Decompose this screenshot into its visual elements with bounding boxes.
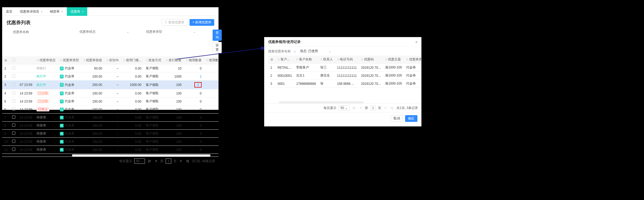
horizontal-scrollbar[interactable]	[72, 154, 210, 157]
status-select[interactable]: ⌄	[98, 30, 130, 34]
row-checkbox[interactable]	[10, 138, 17, 146]
add-coupon-button[interactable]: + 新增优惠券	[190, 19, 214, 26]
checkbox-header[interactable]	[10, 56, 17, 64]
tab-sales-order[interactable]: 销货单×	[46, 7, 67, 16]
row-type: 代代金券	[58, 106, 81, 114]
next-page-icon[interactable]: >	[383, 106, 387, 110]
cust-code-header[interactable]: 客户...	[275, 56, 294, 64]
row-method: 客户领取	[144, 130, 164, 138]
gear-header[interactable]: ⚙	[2, 56, 10, 64]
status-filter-select[interactable]: 已使用⌄	[308, 49, 331, 53]
cancel-button[interactable]: 取消	[391, 115, 403, 122]
row-issue-qty: 1000	[163, 72, 184, 81]
row-checkbox[interactable]	[10, 122, 17, 130]
row-face-value: 150.00	[81, 114, 104, 122]
table-row[interactable]: 1014 23:59待发布代代金券150.00--0.00客户领取10000↗▦	[2, 138, 219, 146]
type-select[interactable]: ⌄	[164, 30, 197, 34]
claim-qty-header[interactable]: 领用数量	[184, 56, 204, 64]
settings-button[interactable]: 设置	[213, 42, 222, 53]
table-row[interactable]: 714 23:59待发布代代金券150.00--0.00客户领取10000↗▦	[2, 114, 219, 122]
tab-coupon-detail[interactable]: 优惠券详情页×	[16, 7, 46, 16]
row-index: 4	[2, 89, 10, 97]
close-icon[interactable]: ×	[82, 7, 83, 16]
prev-page-icon[interactable]: <	[154, 159, 158, 163]
horizontal-scrollbar[interactable]	[279, 101, 364, 103]
table-row[interactable]: 414 23:59已过期代代金券150.00--0.00客户领取10000↗▦	[2, 89, 219, 97]
distribute-coupon-button[interactable]: ⇪ 发放优惠券	[162, 19, 187, 26]
threshold-header[interactable]: 使用门槛...	[121, 56, 144, 64]
face-value-header[interactable]: 优惠券面值	[81, 56, 104, 64]
coupon-table-wrap: ⚙ 优惠券状态 优惠券类型 优惠券面值 折扣% 使用门槛... 发放方式 发行数…	[2, 56, 219, 157]
row-checkbox[interactable]	[10, 72, 17, 81]
type-header[interactable]: 优惠券类	[404, 56, 421, 64]
table-row[interactable]: 3000117666666666张156 6666 ...2019120 70.…	[268, 80, 421, 88]
search-box[interactable]: ⌕	[268, 49, 296, 53]
tab-home[interactable]: 首页	[2, 7, 16, 16]
row-use-qty: 0	[204, 72, 219, 81]
row-checkbox[interactable]	[10, 146, 17, 154]
last-page-icon[interactable]: >|	[185, 159, 190, 163]
prev-page-icon[interactable]: <	[359, 106, 363, 110]
last-page-icon[interactable]: >|	[390, 106, 394, 110]
close-icon[interactable]: ×	[415, 40, 417, 44]
page-input[interactable]: 1	[166, 158, 171, 164]
table-row[interactable]: 307 23:59执行中代代金券200.00--1000.00客户领取10031…	[2, 81, 219, 89]
page-prefix: 第	[365, 106, 368, 110]
table-row[interactable]: 1待执行代代金券50.00--0.00客户领取1000↗▦	[2, 64, 219, 72]
claim-count-link[interactable]: 1	[200, 75, 202, 78]
method-header[interactable]: 发放方式	[144, 56, 164, 64]
row-status: 待发布	[34, 130, 58, 138]
row-checkbox[interactable]	[10, 64, 17, 72]
close-icon[interactable]: ×	[41, 7, 42, 16]
row-claim-qty: 0	[184, 146, 204, 154]
phone-header[interactable]: 电话号码	[335, 56, 359, 64]
discount-header[interactable]: 折扣%	[104, 56, 121, 64]
per-page-value: 50	[340, 106, 344, 110]
tab-coupon[interactable]: 优惠券×	[67, 7, 87, 16]
checkbox-icon	[12, 66, 15, 70]
row-checkbox[interactable]	[10, 114, 17, 122]
row-use-qty: 0	[204, 122, 219, 130]
use-qty-header[interactable]: 使用数量	[204, 56, 219, 64]
table-row[interactable]: 2执行中代代金券100.00--0.00客户领取100010↗▦	[2, 72, 219, 81]
query-button[interactable]: 查询	[213, 30, 222, 41]
status-header[interactable]: 优惠券状态	[34, 56, 58, 64]
row-checkbox[interactable]	[10, 97, 17, 106]
row-checkbox[interactable]	[10, 81, 17, 89]
gear-icon: ⚙	[4, 59, 7, 62]
next-page-icon[interactable]: >	[179, 159, 183, 163]
gear-header[interactable]: ⚙	[268, 56, 275, 64]
per-page-select[interactable]: 50 ⌄	[134, 158, 145, 164]
record-table: ⚙ 客户... 客户名称 联系人 电话号码 优惠码 优惠主题 优惠券类 1RET…	[268, 56, 421, 88]
table-row[interactable]: 1RETAIL...零散客户张三111111111112019120 70...…	[268, 64, 421, 72]
per-page-select[interactable]: 50 ⌄	[339, 105, 350, 111]
row-face-value: 150.00	[81, 146, 104, 154]
confirm-button[interactable]: 确定	[405, 115, 417, 122]
table-row[interactable]: 200010001北京1唐先生111111111112019120 70...满…	[268, 72, 421, 80]
cust-name-header[interactable]: 客户名称	[294, 56, 318, 64]
time-header	[17, 56, 34, 64]
contact-header[interactable]: 联系人	[318, 56, 335, 64]
first-page-icon[interactable]: |<	[147, 159, 152, 163]
coupon-name-input[interactable]	[31, 30, 63, 35]
row-checkbox[interactable]	[10, 130, 17, 138]
subject-header[interactable]: 优惠主题	[383, 56, 404, 64]
type-header[interactable]: 优惠券类型	[58, 56, 81, 64]
table-row[interactable]: 1114 23:59待发布代代金券150.00--0.00客户领取10000↗▦	[2, 146, 219, 154]
row-checkbox[interactable]	[10, 106, 17, 114]
table-row[interactable]: 914 23:59待发布代代金券150.00--0.00客户领取10000↗▦	[2, 130, 219, 138]
close-icon[interactable]: ×	[61, 7, 63, 16]
row-time: 14 23:59	[17, 97, 34, 106]
issue-qty-header[interactable]: 发行数量	[163, 56, 184, 64]
row-use-qty: 0	[204, 130, 219, 138]
row-checkbox[interactable]	[10, 89, 17, 97]
search-input[interactable]	[268, 49, 292, 53]
table-row[interactable]: 814 23:59待发布代代金券150.00--0.00客户领取10000↗▦	[2, 122, 219, 130]
table-row[interactable]: 614 23:59已终止代代金券150.00--0.00客户领取10000↗▦	[2, 106, 219, 114]
table-row[interactable]: 514 23:59已过期代代金券150.00--0.00客户领取10000↗▦	[2, 97, 219, 106]
first-page-icon[interactable]: |<	[352, 106, 356, 110]
page-input[interactable]: 1	[370, 105, 376, 111]
code-header[interactable]: 优惠码	[359, 56, 383, 64]
tab-label: 优惠券	[71, 7, 80, 16]
claim-count-link[interactable]: 3	[194, 82, 202, 88]
